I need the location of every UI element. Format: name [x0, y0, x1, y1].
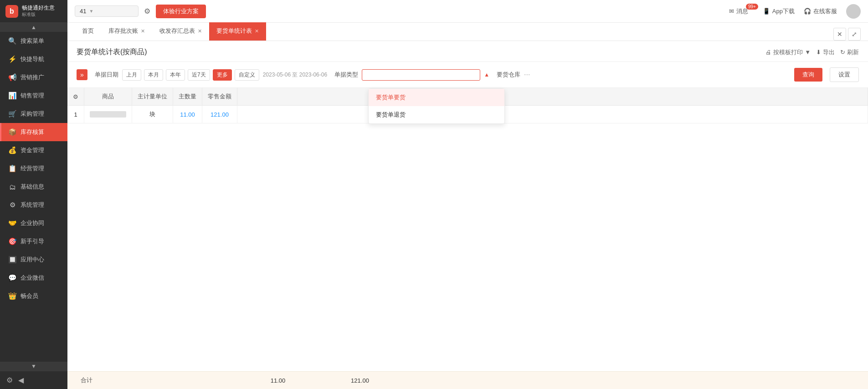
sales-icon: 📊: [8, 91, 17, 100]
filter-type-arrow-icon[interactable]: ▲: [484, 72, 489, 78]
table-footer: 合计 11.00 121.00: [67, 371, 868, 389]
tab-receipt-summary-close[interactable]: ✕: [198, 28, 202, 34]
sidebar-item-wechat[interactable]: 💬 企业微信: [0, 269, 67, 287]
date-btn-up-month[interactable]: 上月: [122, 69, 141, 81]
logo-text: 畅捷通好生意 标准版: [22, 5, 55, 18]
sidebar-item-label: 系统管理: [21, 201, 44, 209]
message-badge: 99+: [746, 4, 758, 10]
sidebar-item-label: 基础信息: [21, 183, 44, 191]
sidebar-item-marketing[interactable]: 📢 营销推广: [0, 68, 67, 87]
date-btn-current-month[interactable]: 本月: [144, 69, 163, 81]
sidebar-item-sales[interactable]: 📊 销售管理: [0, 87, 67, 105]
sidebar-item-inventory[interactable]: 📦 库存核算: [0, 123, 67, 141]
date-filter-group: 单据日期 上月 本月 本年 近7天 更多 自定义 2023-05-06 至 20…: [95, 69, 327, 81]
refresh-button[interactable]: ↻ 刷新: [840, 48, 859, 56]
date-filter-label: 单据日期: [95, 71, 118, 79]
page-header-actions: 🖨 按模板打印 ▼ ⬇ 导出 ↻ 刷新: [765, 48, 859, 56]
table-settings-icon[interactable]: ⚙: [73, 93, 78, 100]
sidebar-item-label: 资金管理: [21, 146, 44, 154]
sidebar-item-label: 畅会员: [21, 292, 38, 300]
quantity-link[interactable]: 11.00: [180, 111, 195, 118]
sidebar-scroll-down[interactable]: ▼: [0, 362, 67, 371]
footer-label: 合计: [73, 376, 100, 384]
wechat-icon: 💬: [8, 273, 17, 282]
sidebar-item-label: 新手引导: [21, 237, 44, 246]
date-btn-custom[interactable]: 自定义: [235, 69, 259, 81]
settings-button[interactable]: 设置: [830, 67, 859, 82]
sidebar-item-label: 销售管理: [21, 92, 44, 100]
col-amount: 零售金额: [202, 88, 237, 106]
table-container: ⚙ 商品 主计量单位 主数量 零售金额 1: [67, 88, 868, 371]
sidebar-item-guide[interactable]: 🎯 新手引导: [0, 232, 67, 251]
tab-home[interactable]: 首页: [75, 22, 101, 41]
guide-icon: 🎯: [8, 237, 17, 246]
query-button[interactable]: 查询: [794, 68, 822, 82]
tab-receipt-summary[interactable]: 收发存汇总表 ✕: [152, 22, 209, 41]
sidebar-item-finance[interactable]: 💰 资金管理: [0, 141, 67, 159]
refresh-icon: ↻: [840, 49, 845, 56]
tabs-end-buttons: ✕ ⤢: [833, 28, 861, 41]
online-service-button[interactable]: 🎧 在线客服: [804, 7, 837, 15]
tab-inventory-batch-close[interactable]: ✕: [141, 28, 145, 34]
store-selector[interactable]: 41 ▼: [75, 5, 139, 17]
print-template-button[interactable]: 🖨 按模板打印 ▼: [765, 48, 811, 56]
topbar-gear-icon[interactable]: ⚙: [144, 7, 150, 15]
app-download-button[interactable]: 📱 App下载: [763, 7, 795, 15]
date-btn-more[interactable]: 更多: [213, 69, 232, 81]
col-quantity: 主数量: [173, 88, 202, 106]
inventory-icon: 📦: [8, 128, 17, 137]
sidebar-settings-icon[interactable]: ⚙: [6, 376, 13, 384]
dropdown-item-return[interactable]: 要货单退货: [369, 106, 504, 123]
export-icon: ⬇: [816, 49, 821, 56]
tab-inventory-batch[interactable]: 库存批次账 ✕: [101, 22, 152, 41]
sidebar-item-system[interactable]: ⚙ 系统管理: [0, 196, 67, 214]
sidebar-bottom: ⚙ ◀: [0, 371, 67, 389]
export-button[interactable]: ⬇ 导出: [816, 48, 835, 56]
app-download-icon: 📱: [763, 8, 770, 15]
sidebar-item-app-center[interactable]: 🔲 应用中心: [0, 251, 67, 269]
tab-order-stats-label: 要货单统计表: [216, 27, 252, 35]
online-service-icon: 🎧: [804, 8, 811, 15]
filter-more-button[interactable]: ···: [524, 71, 530, 79]
avatar[interactable]: [846, 4, 861, 19]
trial-button[interactable]: 体验行业方案: [156, 5, 206, 18]
sidebar-item-label: 营销推广: [21, 73, 44, 82]
messages-button[interactable]: ✉ 消息 99+: [729, 7, 754, 15]
filter-warehouse-label: 要货仓库: [497, 71, 520, 79]
sidebar-scroll-up[interactable]: ▲: [0, 23, 67, 32]
operation-icon: 📋: [8, 164, 17, 173]
sidebar-item-purchase[interactable]: 🛒 采购管理: [0, 105, 67, 123]
date-btn-7days[interactable]: 近7天: [188, 69, 210, 81]
logo-icon: b: [5, 5, 18, 18]
type-dropdown: 要货单要货 要货单退货: [368, 88, 505, 124]
sidebar-item-enterprise[interactable]: 🤝 企业协同: [0, 214, 67, 232]
online-service-label: 在线客服: [813, 7, 837, 15]
tab-receipt-summary-label: 收发存汇总表: [159, 27, 195, 35]
filter-type-input[interactable]: [362, 69, 480, 81]
tab-order-stats-close[interactable]: ✕: [255, 28, 259, 34]
sidebar-item-basic[interactable]: 🗂 基础信息: [0, 178, 67, 196]
tabs-close-all-button[interactable]: ✕: [833, 28, 846, 41]
search-icon: 🔍: [8, 36, 17, 46]
sidebar-item-quick-nav[interactable]: ⚡ 快捷导航: [0, 50, 67, 68]
col-settings-icon[interactable]: ⚙: [67, 88, 84, 106]
vip-icon: 👑: [8, 292, 17, 301]
sidebar-item-operation[interactable]: 📋 经营管理: [0, 159, 67, 178]
tab-order-stats[interactable]: 要货单统计表 ✕: [209, 22, 266, 41]
sidebar-item-search[interactable]: 🔍 搜索菜单: [0, 32, 67, 50]
expand-icon: »: [80, 71, 84, 78]
sidebar-item-label: 搜索菜单: [21, 37, 44, 45]
sidebar-item-label: 经营管理: [21, 164, 44, 173]
col-product: 商品: [84, 88, 132, 106]
tabs-maximize-button[interactable]: ⤢: [848, 28, 861, 41]
sidebar-collapse-icon[interactable]: ◀: [18, 376, 24, 384]
amount-link[interactable]: 121.00: [211, 111, 229, 118]
filter-expand-button[interactable]: »: [77, 69, 87, 80]
quick-nav-icon: ⚡: [8, 55, 17, 64]
date-btn-current-year[interactable]: 本年: [166, 69, 185, 81]
page-title: 要货单统计表(按商品): [77, 47, 147, 57]
sidebar-item-vip[interactable]: 👑 畅会员: [0, 287, 67, 305]
dropdown-item-requisition[interactable]: 要货单要货: [369, 89, 504, 106]
message-icon: ✉: [729, 8, 734, 15]
cell-extra: [237, 106, 868, 123]
